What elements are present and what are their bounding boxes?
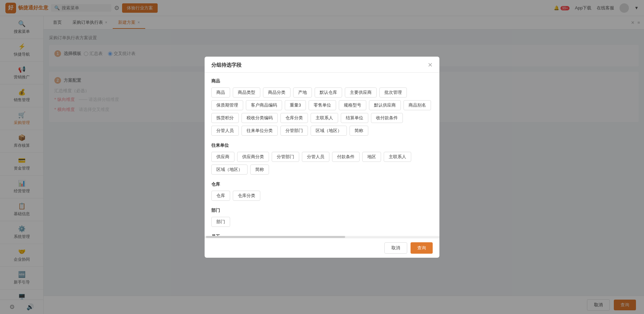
section-employee-title: 员工	[211, 234, 433, 236]
field-tag-settlement-unit[interactable]: 结算单位	[341, 113, 368, 123]
field-tag-supplier-category[interactable]: 供应商分类	[237, 152, 269, 162]
field-tag-tax-code[interactable]: 税收分类编码	[241, 113, 278, 123]
field-tag-counterpart-short[interactable]: 简称	[250, 165, 269, 175]
field-tag-supervisor[interactable]: 分管人员	[211, 126, 239, 136]
department-field-tags: 部门	[211, 217, 433, 227]
field-tag-short-name[interactable]: 简称	[350, 126, 368, 136]
modal-body[interactable]: 商品 商品 商品类型 商品分类 产地 默认仓库 主要供应商 批次管理 保质期管理…	[205, 73, 439, 236]
warehouse-field-tags: 仓库 仓库分类	[211, 191, 433, 201]
field-tag-shelf-life[interactable]: 保质期管理	[211, 100, 243, 110]
section-department: 部门 部门	[211, 207, 433, 227]
section-counterpart-title: 往来单位	[211, 142, 433, 148]
product-field-tags: 商品 商品类型 商品分类 产地 默认仓库 主要供应商 批次管理 保质期管理 客户…	[211, 87, 433, 136]
modal-overlay[interactable]: 分组待选字段 ✕ 商品 商品 商品类型 商品分类 产地 默认仓库 主要供应商 批…	[0, 0, 644, 314]
field-tag-product-type[interactable]: 商品类型	[233, 87, 260, 98]
section-department-title: 部门	[211, 207, 433, 213]
field-tag-product[interactable]: 商品	[211, 87, 230, 98]
modal-close-button[interactable]: ✕	[428, 62, 433, 68]
field-tag-default-warehouse[interactable]: 默认仓库	[315, 87, 342, 98]
confirm-button[interactable]: 查询	[411, 242, 433, 254]
field-tag-payment-condition[interactable]: 付款条件	[332, 152, 360, 162]
field-tag-batch-mgmt[interactable]: 批次管理	[379, 87, 407, 98]
field-tag-warehouse[interactable]: 仓库	[211, 191, 230, 201]
field-tag-customer-code[interactable]: 客户商品编码	[246, 100, 282, 110]
modal-header: 分组待选字段 ✕	[205, 57, 439, 73]
field-tag-counterpart-contact[interactable]: 主联系人	[384, 152, 411, 162]
field-tag-payment-terms[interactable]: 收付款条件	[371, 113, 403, 123]
field-tag-main-contact[interactable]: 主联系人	[311, 113, 338, 123]
section-employee: 员工 业务员	[211, 234, 433, 236]
modal-footer: 取消 查询	[205, 238, 439, 258]
field-tag-default-supplier[interactable]: 默认供应商	[369, 100, 401, 110]
field-tag-warehouse-type[interactable]: 仓库分类	[233, 191, 260, 201]
field-tag-supplier[interactable]: 供应商	[211, 152, 234, 162]
field-tag-pick-points[interactable]: 拣货积分	[211, 113, 239, 123]
field-selection-modal: 分组待选字段 ✕ 商品 商品 商品类型 商品分类 产地 默认仓库 主要供应商 批…	[205, 57, 439, 258]
field-tag-counterpart-category[interactable]: 往来单位分类	[241, 126, 278, 136]
field-tag-dept[interactable]: 分管部门	[280, 126, 308, 136]
field-tag-warehouse-category[interactable]: 仓库分类	[280, 113, 308, 123]
section-product: 商品 商品 商品类型 商品分类 产地 默认仓库 主要供应商 批次管理 保质期管理…	[211, 78, 433, 136]
field-tag-area[interactable]: 地区	[362, 152, 381, 162]
field-tag-weight[interactable]: 重量3	[285, 100, 306, 110]
counterpart-field-tags: 供应商 供应商分类 分管部门 分管人员 付款条件 地区 主联系人 区域（地区） …	[211, 152, 433, 175]
cancel-button[interactable]: 取消	[384, 242, 407, 254]
field-tag-product-category[interactable]: 商品分类	[263, 87, 290, 98]
field-tag-spec-model[interactable]: 规格型号	[339, 100, 366, 110]
field-tag-department[interactable]: 部门	[211, 217, 230, 227]
section-warehouse: 仓库 仓库 仓库分类	[211, 181, 433, 201]
field-tag-region[interactable]: 区域（地区）	[311, 126, 347, 136]
section-warehouse-title: 仓库	[211, 181, 433, 187]
section-product-title: 商品	[211, 78, 433, 84]
field-tag-counterpart-dept[interactable]: 分管部门	[272, 152, 299, 162]
field-tag-counterpart-supervisor[interactable]: 分管人员	[302, 152, 329, 162]
field-tag-counterpart-region[interactable]: 区域（地区）	[211, 165, 248, 175]
field-tag-main-supplier[interactable]: 主要供应商	[345, 87, 377, 98]
section-counterpart: 往来单位 供应商 供应商分类 分管部门 分管人员 付款条件 地区 主联系人 区域…	[211, 142, 433, 175]
field-tag-retail-unit[interactable]: 零售单位	[309, 100, 336, 110]
field-tag-origin[interactable]: 产地	[293, 87, 312, 98]
modal-title: 分组待选字段	[211, 62, 241, 68]
field-tag-product-alias[interactable]: 商品别名	[404, 100, 431, 110]
